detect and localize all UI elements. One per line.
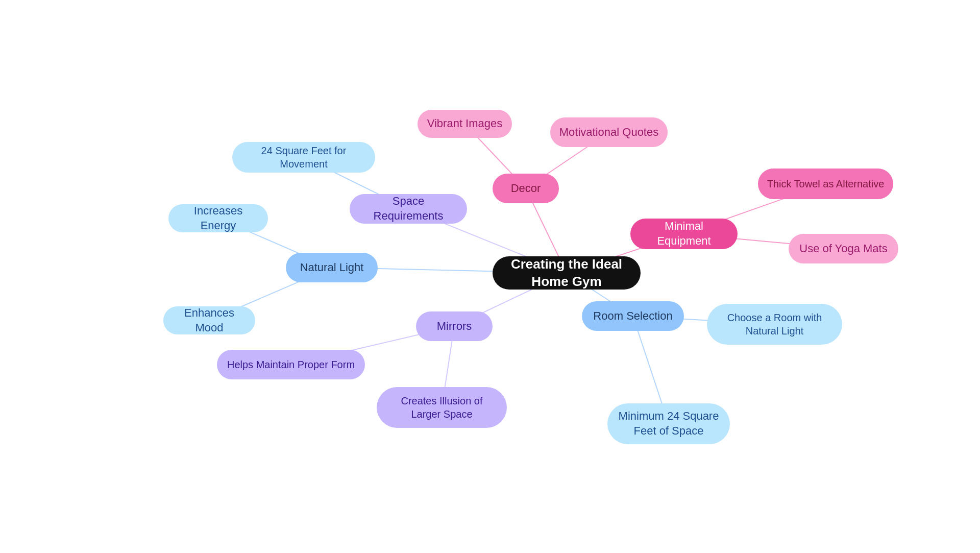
node-label-mirrors: Mirrors bbox=[437, 319, 472, 334]
node-room-selection: Room Selection bbox=[582, 301, 684, 331]
center-node-label: Creating the Ideal Home Gym bbox=[503, 256, 630, 291]
node-natural-light: Natural Light bbox=[286, 253, 378, 282]
node-label-natural-light: Natural Light bbox=[300, 260, 364, 275]
node-label-helps-form: Helps Maintain Proper Form bbox=[227, 358, 355, 371]
node-label-choose-room: Choose a Room with Natural Light bbox=[715, 311, 834, 338]
node-motivational-quotes: Motivational Quotes bbox=[550, 117, 668, 147]
node-vibrant-images: Vibrant Images bbox=[418, 110, 512, 138]
node-label-vibrant-images: Vibrant Images bbox=[427, 116, 503, 131]
node-label-min-24: Minimum 24 Square Feet of Space bbox=[616, 409, 722, 438]
node-choose-room: Choose a Room with Natural Light bbox=[707, 304, 842, 345]
node-minimal-equipment: Minimal Equipment bbox=[630, 219, 738, 249]
node-yoga-mats: Use of Yoga Mats bbox=[789, 234, 898, 263]
node-label-sq-feet-movement: 24 Square Feet for Movement bbox=[240, 144, 367, 171]
node-label-decor: Decor bbox=[511, 181, 541, 196]
node-enhances-mood: Enhances Mood bbox=[163, 306, 255, 334]
node-label-minimal-equipment: Minimal Equipment bbox=[639, 219, 729, 248]
node-mirrors: Mirrors bbox=[416, 311, 493, 341]
node-min-24: Minimum 24 Square Feet of Space bbox=[607, 403, 730, 444]
node-increases-energy: Increases Energy bbox=[168, 204, 268, 232]
node-label-enhances-mood: Enhances Mood bbox=[172, 306, 247, 335]
node-space-req: Space Requirements bbox=[350, 194, 467, 224]
node-label-increases-energy: Increases Energy bbox=[177, 204, 260, 233]
center-node: Creating the Ideal Home Gym bbox=[493, 256, 641, 290]
node-creates-illusion: Creates Illusion of Larger Space bbox=[377, 387, 507, 428]
node-thick-towel: Thick Towel as Alternative bbox=[758, 169, 893, 199]
node-sq-feet-movement: 24 Square Feet for Movement bbox=[232, 142, 375, 173]
node-label-room-selection: Room Selection bbox=[593, 309, 672, 324]
node-label-thick-towel: Thick Towel as Alternative bbox=[767, 177, 885, 190]
node-label-space-req: Space Requirements bbox=[358, 194, 459, 223]
node-label-creates-illusion: Creates Illusion of Larger Space bbox=[385, 394, 499, 421]
node-label-motivational-quotes: Motivational Quotes bbox=[559, 125, 658, 140]
node-decor: Decor bbox=[493, 174, 559, 203]
node-helps-form: Helps Maintain Proper Form bbox=[217, 350, 365, 379]
node-label-yoga-mats: Use of Yoga Mats bbox=[799, 242, 887, 256]
